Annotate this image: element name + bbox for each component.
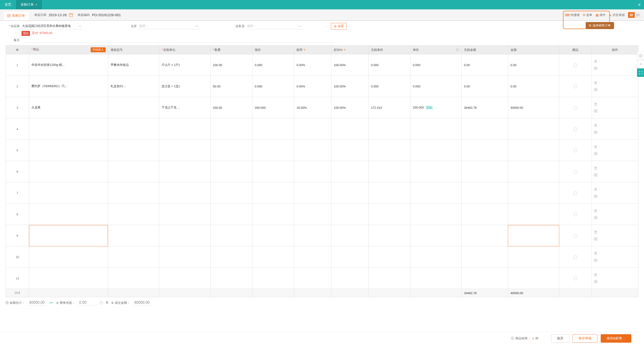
help-icon[interactable]: ⓘ	[456, 48, 459, 52]
cell-product[interactable]	[29, 140, 108, 161]
cell-unit[interactable]	[159, 140, 210, 161]
table-row[interactable]: 9	[6, 225, 638, 246]
add-icon[interactable]	[594, 152, 636, 155]
more-icon[interactable]: ···	[195, 24, 198, 28]
supplier-field[interactable]: 大连花园口经济区景和水果种植基地 ···	[22, 23, 82, 29]
warehouse-field[interactable]: 选择... ···	[139, 23, 200, 29]
tab-home[interactable]: 首页	[0, 0, 16, 9]
cell-unit[interactable]	[159, 246, 210, 268]
cell-amount[interactable]: 0.00	[508, 54, 559, 76]
cell-amount-notax[interactable]	[462, 118, 508, 140]
table-row[interactable]: 7	[6, 182, 638, 204]
close-icon[interactable]: ×	[36, 3, 37, 6]
cell-amount[interactable]	[508, 118, 559, 140]
select-order-link[interactable]: ⧉选单	[583, 13, 592, 17]
cell-spec[interactable]: 早餐休闲食品	[108, 54, 159, 76]
cell-price-notax[interactable]	[368, 268, 410, 289]
cell-amount[interactable]	[508, 161, 559, 182]
cell-spec[interactable]	[108, 97, 159, 118]
cell-tax[interactable]: 16.00%	[294, 97, 331, 118]
cell-unit[interactable]: 斤(1斤 = 1斤)	[159, 54, 210, 76]
delete-icon[interactable]	[594, 167, 636, 170]
cell-amount[interactable]: 0.00	[508, 76, 559, 97]
cell-gift[interactable]	[559, 246, 592, 268]
remark-field[interactable]	[22, 37, 335, 43]
cell-product[interactable]	[29, 161, 108, 182]
cell-tax[interactable]	[294, 268, 331, 289]
cell-spec[interactable]	[108, 225, 159, 246]
cell-qty[interactable]: 50.00	[210, 76, 252, 97]
salesman-field[interactable]: 选择... ···	[246, 23, 302, 29]
cell-spec[interactable]	[108, 118, 159, 140]
cell-spec[interactable]	[108, 161, 159, 182]
cell-tax[interactable]	[294, 161, 331, 182]
add-icon[interactable]	[594, 67, 636, 70]
cell-price[interactable]	[410, 225, 461, 246]
view-list-button[interactable]	[628, 12, 635, 18]
cell-gift[interactable]	[559, 54, 592, 76]
cell-tax[interactable]	[294, 225, 331, 246]
delete-icon[interactable]	[594, 231, 636, 234]
window-close-icon[interactable]: ×	[635, 0, 644, 9]
cell-price[interactable]	[410, 182, 461, 204]
cell-price[interactable]	[410, 118, 461, 140]
cell-amount-notax[interactable]	[462, 161, 508, 182]
cell-discount[interactable]: 100.00%	[331, 76, 368, 97]
cell-quote[interactable]: 200.000	[252, 97, 294, 118]
checkbox[interactable]	[574, 191, 577, 195]
delete-icon[interactable]	[594, 252, 636, 255]
cell-price-notax[interactable]: 0.000	[368, 76, 410, 97]
cell-amount-notax[interactable]	[462, 246, 508, 268]
cell-price-notax[interactable]	[368, 225, 410, 246]
cell-quote[interactable]	[252, 246, 294, 268]
cell-unit[interactable]	[159, 161, 210, 182]
delete-icon[interactable]	[594, 273, 636, 276]
add-icon[interactable]	[594, 109, 636, 113]
delete-icon[interactable]	[594, 188, 636, 191]
cell-qty[interactable]	[210, 204, 252, 225]
cell-gift[interactable]	[559, 97, 592, 118]
cell-price-notax[interactable]: 0.000	[368, 54, 410, 76]
cell-quote[interactable]	[252, 140, 294, 161]
view-card-button[interactable]	[635, 12, 641, 18]
checkbox[interactable]	[574, 149, 577, 152]
cell-price[interactable]: 0.000	[410, 76, 461, 97]
add-icon[interactable]	[594, 131, 636, 134]
operate-link[interactable]: ▦操作	[596, 13, 606, 17]
cell-quote[interactable]	[252, 182, 294, 204]
help-icon[interactable]: ?	[99, 301, 103, 305]
checkbox[interactable]	[574, 128, 577, 131]
checkbox[interactable]	[574, 106, 577, 109]
table-row[interactable]: 10	[6, 246, 638, 268]
cell-product[interactable]	[29, 204, 108, 225]
calendar-icon[interactable]	[69, 13, 73, 17]
cell-qty[interactable]: 100.00	[210, 54, 252, 76]
cell-discount[interactable]	[331, 161, 368, 182]
cell-qty[interactable]: 200.00	[210, 97, 252, 118]
cell-qty[interactable]	[210, 161, 252, 182]
cell-price-notax[interactable]	[368, 118, 410, 140]
cell-amount-notax[interactable]: 0.00	[462, 54, 508, 76]
history-badge[interactable]: 历史	[426, 106, 433, 109]
add-icon[interactable]	[594, 280, 636, 283]
cell-gift[interactable]	[559, 140, 592, 161]
checkbox[interactable]	[574, 64, 577, 67]
cell-quote[interactable]	[252, 161, 294, 182]
cell-tax[interactable]	[294, 204, 331, 225]
cell-price-notax[interactable]	[368, 161, 410, 182]
checkbox[interactable]	[574, 170, 577, 173]
cell-gift[interactable]	[559, 182, 592, 204]
cell-unit[interactable]	[159, 268, 210, 289]
cell-discount[interactable]	[331, 225, 368, 246]
rail-link-button[interactable]	[637, 60, 644, 69]
cell-product[interactable]: 华美华夫软饼1200g 糕...	[29, 54, 108, 76]
cell-spec[interactable]	[108, 268, 159, 289]
add-icon[interactable]	[594, 173, 636, 176]
cell-amount[interactable]	[508, 182, 559, 204]
cell-product[interactable]	[29, 225, 108, 246]
delete-icon[interactable]	[594, 81, 636, 84]
cell-gift[interactable]	[559, 204, 592, 225]
cell-tax[interactable]: 0.00%	[294, 54, 331, 76]
cell-amount[interactable]	[508, 246, 559, 268]
cell-spec[interactable]	[108, 204, 159, 225]
